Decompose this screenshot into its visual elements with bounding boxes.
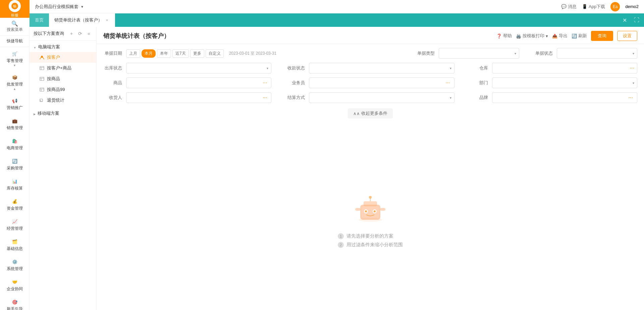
- logo[interactable]: 畅 标服: [0, 0, 30, 18]
- sidebar-item-business[interactable]: 📈 经营管理: [0, 215, 29, 235]
- help-btn[interactable]: ❓ 帮助: [496, 33, 512, 39]
- scheme-group-desktop-header[interactable]: 电脑端方案: [30, 42, 96, 52]
- print-dropdown-icon: ▾: [546, 34, 548, 39]
- date-btn-thisyear[interactable]: 本年: [157, 49, 171, 58]
- sidebar-item-newbie[interactable]: 🎯 新手引导: [0, 295, 29, 310]
- date-btn-thismonth[interactable]: 本月: [142, 49, 156, 58]
- scheme-header-title: 按以下方案查询: [34, 31, 66, 37]
- scheme-item-by-customer[interactable]: 按客户: [30, 52, 96, 63]
- sidebar-item-sales[interactable]: 💼 销售管理: [0, 114, 29, 134]
- out-status-select[interactable]: ▾: [126, 63, 271, 73]
- setting-button[interactable]: 设置: [617, 31, 637, 41]
- brand-select[interactable]: ···: [492, 92, 637, 103]
- date-btn-lastmonth[interactable]: 上月: [126, 49, 140, 58]
- sidebar-item-inventory[interactable]: 📊 库存核算: [0, 174, 29, 195]
- finance-icon: 💰: [11, 198, 18, 205]
- receipt-status-select[interactable]: ▾: [309, 63, 454, 73]
- tip-1-text: 请先选择要分析的方案: [346, 233, 393, 239]
- refresh-btn[interactable]: 🔄 刷新: [572, 33, 587, 39]
- sidebar-item-system[interactable]: ⚙️ 系统管理: [0, 255, 29, 275]
- svg-rect-25: [355, 208, 361, 211]
- salesperson-select[interactable]: ···: [309, 78, 454, 88]
- username[interactable]: demo2: [625, 4, 639, 9]
- sidebar-item-basic[interactable]: 🗂️ 基础信息: [0, 235, 29, 255]
- page-title-bar: 销货单统计表（按客户） ❓ 帮助 🖨️ 按模板打印 ▾ 📤 导出: [97, 27, 644, 44]
- department-select[interactable]: ▾: [492, 78, 637, 88]
- goods-select[interactable]: ···: [126, 78, 271, 88]
- scheme-item-return[interactable]: 退货统计: [30, 95, 96, 106]
- group-desktop-label: 电脑端方案: [38, 44, 60, 50]
- tab-sales-report[interactable]: 销货单统计表（按客户） ×: [49, 13, 115, 27]
- print-btn[interactable]: 🖨️ 按模板打印 ▾: [516, 33, 548, 39]
- topbar-dropdown[interactable]: ▾: [81, 4, 83, 9]
- svg-rect-3: [40, 66, 44, 70]
- payment-select[interactable]: ▾: [309, 92, 454, 103]
- tab-close-all-btn[interactable]: ✕: [620, 15, 629, 25]
- add-scheme-btn[interactable]: +: [68, 30, 75, 37]
- message-btn[interactable]: 💬 消息: [561, 4, 577, 10]
- sidebar-search[interactable]: 🔍 消息 搜索菜单: [0, 18, 29, 36]
- collapse-filters-btn[interactable]: ∧∧ 收起更多条件: [348, 108, 393, 118]
- tab-home[interactable]: 首页: [30, 13, 49, 27]
- empty-illustration: [350, 186, 390, 226]
- order-type-arrow: ▾: [515, 52, 516, 55]
- marketing-label: 营销推广: [7, 105, 23, 111]
- order-type-select[interactable]: ▾: [439, 48, 519, 59]
- date-btn-7days[interactable]: 近7天: [172, 49, 189, 58]
- scheme-item-goods[interactable]: 按商品: [30, 73, 96, 84]
- inventory-label: 库存核算: [7, 186, 23, 191]
- page-actions: ❓ 帮助 🖨️ 按模板打印 ▾ 📤 导出 🔄 刷新: [496, 31, 637, 41]
- scheme-panel: 按以下方案查询 + ⟳ « 电脑端方案 按客户: [30, 27, 97, 310]
- date-btn-custom[interactable]: 自定义: [206, 49, 224, 58]
- sidebar-item-enterprise[interactable]: 🤝 企业协同: [0, 275, 29, 295]
- sidebar-item-ecommerce[interactable]: 🛍️ 电商管理: [0, 134, 29, 154]
- avatar-text: Ea: [613, 4, 618, 9]
- consignee-select[interactable]: ···: [126, 92, 271, 103]
- goods-label: 按商品: [47, 76, 60, 82]
- collapse-scheme-btn[interactable]: «: [86, 30, 92, 37]
- main-area: 办公用品行业模拟账套 ▾ 💬 消息 📱 App下载 Ea demo2 首页: [30, 0, 644, 310]
- export-btn[interactable]: 📤 导出: [552, 33, 568, 39]
- department-label: 部门: [469, 80, 488, 86]
- sidebar-item-retail[interactable]: 🛒 零售管理 ▼: [0, 47, 29, 70]
- scheme-item-goods-99[interactable]: 按商品99: [30, 84, 96, 95]
- business-label: 经营管理: [7, 226, 23, 231]
- scheme-group-mobile-header[interactable]: 移动端方案: [30, 108, 96, 118]
- app-download-btn[interactable]: 📱 App下载: [582, 4, 605, 10]
- svg-text:畅: 畅: [13, 4, 16, 8]
- purchase-icon: 🔄: [11, 158, 18, 164]
- avatar[interactable]: Ea: [610, 2, 620, 11]
- warehouse-more-icon[interactable]: ···: [630, 65, 634, 71]
- quick-nav[interactable]: 快捷导航: [0, 36, 29, 47]
- refresh-icon: 🔄: [572, 34, 577, 39]
- topbar: 办公用品行业模拟账套 ▾ 💬 消息 📱 App下载 Ea demo2: [30, 0, 644, 13]
- payment-label: 结算方式: [286, 95, 305, 101]
- tab-close-icon[interactable]: ×: [104, 17, 110, 23]
- goods-more-icon[interactable]: ···: [261, 80, 268, 86]
- tabbar: 首页 销货单统计表（按客户） × ✕ ⛶: [30, 13, 644, 27]
- order-status-select[interactable]: ▾: [557, 48, 637, 59]
- salesperson-more-icon[interactable]: ···: [444, 80, 451, 86]
- svg-rect-26: [380, 208, 385, 211]
- svg-point-20: [365, 210, 367, 212]
- tip-1-num: 1: [338, 233, 344, 239]
- goods-icon: [39, 76, 45, 82]
- warehouse-select[interactable]: ···: [492, 63, 637, 73]
- refresh-scheme-btn[interactable]: ⟳: [77, 30, 84, 37]
- brand-more-icon[interactable]: ···: [627, 95, 634, 101]
- scheme-item-customer-goods[interactable]: 按客户+商品: [30, 63, 96, 73]
- by-customer-label: 按客户: [47, 54, 60, 60]
- refresh-label: 刷新: [578, 33, 587, 39]
- sidebar-item-marketing[interactable]: 📢 营销推广: [0, 94, 29, 114]
- query-button[interactable]: 查询: [591, 31, 613, 41]
- scheme-group-mobile: 移动端方案: [30, 107, 96, 120]
- tab-maximize-btn[interactable]: ⛶: [632, 15, 641, 25]
- department-arrow: ▾: [633, 81, 634, 85]
- sidebar-item-purchase[interactable]: 🔄 采购管理: [0, 154, 29, 174]
- svg-point-24: [369, 196, 372, 199]
- date-btn-more[interactable]: 更多: [190, 49, 204, 58]
- return-icon: [39, 97, 45, 103]
- sidebar-item-wholesale[interactable]: 📦 批发管理 ▲: [0, 70, 29, 94]
- consignee-more-icon[interactable]: ···: [261, 95, 268, 101]
- sidebar-item-finance[interactable]: 💰 资金管理: [0, 195, 29, 215]
